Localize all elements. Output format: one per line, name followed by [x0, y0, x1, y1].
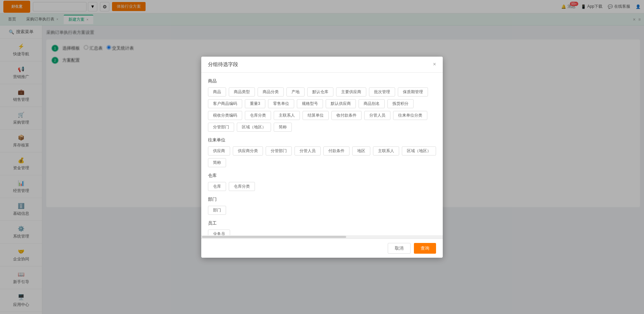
section-partner-fields: 供应商 供应商分类 分管部门 分管人员 付款条件 地区 主联系人 区域（地区） … [208, 146, 436, 167]
field-tag-dept-mgmt[interactable]: 分管部门 [208, 123, 234, 132]
field-tag-supplier[interactable]: 供应商 [208, 146, 230, 155]
section-department: 部门 部门 [208, 196, 436, 215]
field-tag-supervisor-partner[interactable]: 分管人员 [294, 146, 321, 155]
modal-footer: 取消 查询 [201, 239, 443, 258]
field-tag-goods[interactable]: 商品 [208, 87, 226, 97]
field-tag-batch-mgmt[interactable]: 批次管理 [369, 87, 395, 97]
field-tag-payment-terms[interactable]: 收付款条件 [331, 111, 362, 120]
field-tag-tax-code[interactable]: 税收分类编码 [208, 111, 242, 120]
section-warehouse-fields: 仓库 仓库分类 [208, 182, 436, 191]
field-tag-payment-terms-partner[interactable]: 付款条件 [323, 146, 350, 155]
field-tag-warehouse-category[interactable]: 仓库分类 [245, 111, 271, 120]
field-tag-warehouse-cat[interactable]: 仓库分类 [229, 182, 255, 191]
field-tag-weight3[interactable]: 重量3 [245, 99, 265, 108]
section-employee-title: 员工 [208, 220, 436, 226]
section-partner-title: 往来单位 [208, 137, 436, 143]
field-tag-pick-points[interactable]: 拣货积分 [387, 99, 414, 108]
field-tag-short-name-partner[interactable]: 简称 [208, 158, 226, 167]
field-tag-customer-goods-code[interactable]: 客户商品编码 [208, 99, 242, 108]
field-tag-goods-type[interactable]: 商品类型 [229, 87, 255, 97]
section-goods-title: 商品 [208, 78, 436, 84]
section-goods: 商品 商品 商品类型 商品分类 产地 默认仓库 主要供应商 批次管理 保质期管理… [208, 78, 436, 132]
confirm-button[interactable]: 查询 [414, 243, 436, 254]
field-tag-main-contact-partner[interactable]: 主联系人 [373, 146, 399, 155]
field-tag-main-contact[interactable]: 主联系人 [274, 111, 300, 120]
modal-header: 分组待选字段 × [201, 57, 443, 73]
field-tag-region-goods[interactable]: 区域（地区） [237, 123, 271, 132]
field-tag-short-name-goods[interactable]: 简称 [274, 123, 292, 132]
field-tag-area-region[interactable]: 区域（地区） [402, 146, 436, 155]
field-tag-shelf-life[interactable]: 保质期管理 [398, 87, 428, 97]
field-tag-supplier-category[interactable]: 供应商分类 [233, 146, 263, 155]
field-tag-main-supplier[interactable]: 主要供应商 [336, 87, 366, 97]
section-employee-fields: 业务员 [208, 230, 436, 235]
field-tag-salesperson[interactable]: 业务员 [208, 230, 230, 235]
field-select-modal: 分组待选字段 × 商品 商品 商品类型 商品分类 产地 默认仓库 主要供应商 批… [201, 57, 443, 258]
field-tag-settlement-unit[interactable]: 结算单位 [303, 111, 329, 120]
field-tag-default-supplier[interactable]: 默认供应商 [326, 99, 356, 108]
field-tag-region-partner[interactable]: 地区 [352, 146, 370, 155]
field-tag-default-warehouse[interactable]: 默认仓库 [307, 87, 333, 97]
cancel-button[interactable]: 取消 [388, 243, 411, 254]
field-tag-department[interactable]: 部门 [208, 206, 226, 215]
field-tag-spec-model[interactable]: 规格型号 [297, 99, 323, 108]
field-tag-supervisor[interactable]: 分管人员 [364, 111, 390, 120]
section-warehouse: 仓库 仓库 仓库分类 [208, 173, 436, 191]
field-tag-goods-category[interactable]: 商品分类 [258, 87, 284, 97]
field-tag-retail-unit[interactable]: 零售单位 [268, 99, 294, 108]
scrollbar-thumb [202, 236, 346, 238]
modal-overlay: 分组待选字段 × 商品 商品 商品类型 商品分类 产地 默认仓库 主要供应商 批… [0, 0, 644, 314]
modal-close-button[interactable]: × [433, 62, 436, 67]
section-employee: 员工 业务员 [208, 220, 436, 235]
section-department-title: 部门 [208, 196, 436, 202]
field-tag-partner-category[interactable]: 往来单位分类 [393, 111, 427, 120]
modal-horizontal-scrollbar[interactable] [201, 235, 443, 239]
section-warehouse-title: 仓库 [208, 173, 436, 179]
modal-body: 商品 商品 商品类型 商品分类 产地 默认仓库 主要供应商 批次管理 保质期管理… [201, 73, 443, 235]
modal-title: 分组待选字段 [208, 61, 238, 68]
field-tag-goods-alias[interactable]: 商品别名 [359, 99, 385, 108]
section-department-fields: 部门 [208, 206, 436, 215]
field-tag-dept-partner[interactable]: 分管部门 [266, 146, 292, 155]
section-goods-fields: 商品 商品类型 商品分类 产地 默认仓库 主要供应商 批次管理 保质期管理 客户… [208, 87, 436, 132]
field-tag-origin[interactable]: 产地 [286, 87, 305, 97]
section-partner: 往来单位 供应商 供应商分类 分管部门 分管人员 付款条件 地区 主联系人 区域… [208, 137, 436, 167]
field-tag-warehouse[interactable]: 仓库 [208, 182, 226, 191]
